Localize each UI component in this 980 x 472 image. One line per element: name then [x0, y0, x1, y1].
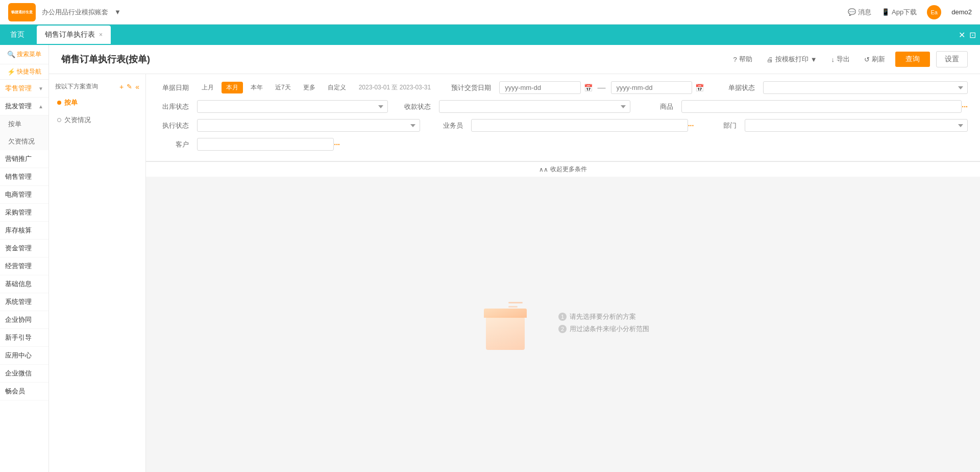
print-dropdown-icon: ▼ — [811, 56, 817, 63]
filter-area: 单据日期 上月 本月 本年 近7天 更多 自定义 2023-03-01 至 20… — [146, 74, 980, 161]
tab-active[interactable]: 销售订单执行表 × — [37, 26, 111, 44]
customer-dots-icon[interactable]: ··· — [334, 140, 340, 149]
sidebar-item-ecom[interactable]: 电商管理 — [0, 186, 48, 204]
left-panel-item-欠资情况[interactable]: 欠资情况 — [49, 111, 145, 129]
collapse-panel-button[interactable]: « — [135, 83, 139, 91]
date-btn-7days[interactable]: 近7天 — [271, 82, 296, 93]
sidebar-item-guide[interactable]: 新手引导 — [0, 329, 48, 347]
nav-icon: ⚡ — [7, 68, 15, 76]
doc-status-field — [763, 81, 968, 94]
query-button[interactable]: 查询 — [895, 52, 930, 67]
print-button[interactable]: 🖨 按模板打印 ▼ — [763, 53, 821, 66]
sidebar-search[interactable]: 🔍 搜索菜单 — [0, 45, 48, 64]
refresh-button[interactable]: ↺ 刷新 — [860, 53, 889, 66]
calendar-from-icon[interactable]: 📅 — [584, 84, 593, 92]
hint-text-2: 用过滤条件来缩小分析范围 — [570, 324, 649, 334]
sparkle-line-1 — [508, 302, 523, 303]
refresh-label: 刷新 — [872, 55, 885, 64]
sidebar-item-wechat[interactable]: 企业微信 — [0, 365, 48, 383]
date-btn-group: 上月 本月 本年 近7天 更多 自定义 — [197, 82, 351, 93]
sidebar-item-app-label: 应用中心 — [5, 351, 32, 360]
sidebar-nav[interactable]: ⚡ 快捷导航 — [0, 64, 48, 80]
payment-status-select[interactable] — [439, 100, 630, 113]
sidebar-item-sales-label: 销售管理 — [5, 172, 32, 181]
salesperson-input[interactable] — [471, 119, 688, 132]
sidebar-item-basic[interactable]: 基础信息 — [0, 275, 48, 293]
delivery-date-to[interactable] — [611, 81, 692, 94]
salesperson-dots-icon[interactable]: ··· — [688, 122, 694, 130]
goods-input[interactable] — [681, 100, 962, 113]
message-label: 消息 — [858, 8, 871, 17]
ship-status-select[interactable] — [197, 100, 388, 113]
sidebar-item-inventory-label: 库存核算 — [5, 226, 32, 235]
sidebar-item-purchase[interactable]: 采购管理 — [0, 204, 48, 222]
tab-home[interactable]: 首页 — [0, 25, 35, 45]
message-icon: 💬 — [848, 8, 856, 16]
salesperson-field: ··· — [471, 119, 694, 132]
left-panel-item-按单[interactable]: 按单 — [49, 94, 145, 111]
tab-close-icon[interactable]: × — [99, 31, 103, 38]
sidebar-item-finance[interactable]: 资金管理 — [0, 240, 48, 257]
goods-label: 商品 — [643, 102, 673, 111]
content: 销售订单执行表(按单) ? 帮助 🖨 按模板打印 ▼ ↓ 导出 ↺ 刷新 — [49, 45, 980, 472]
delivery-date-from[interactable] — [499, 81, 580, 94]
sidebar-item-purchase-label: 采购管理 — [5, 208, 32, 217]
date-btn-last-month[interactable]: 上月 — [197, 82, 218, 93]
filter-row-3: 执行状态 业务员 ··· 部门 — [158, 119, 968, 132]
filter-row-1: 单据日期 上月 本月 本年 近7天 更多 自定义 2023-03-01 至 20… — [158, 81, 968, 94]
sidebar-item-retail[interactable]: 零售管理 ▼ — [0, 80, 48, 98]
doc-status-select[interactable] — [763, 81, 968, 94]
sidebar-item-inventory[interactable]: 库存核算 — [0, 222, 48, 240]
exec-status-select[interactable] — [197, 119, 420, 132]
edit-scheme-button[interactable]: ✎ — [127, 83, 132, 90]
collapse-bar[interactable]: ∧∧ 收起更多条件 — [146, 161, 980, 177]
sidebar-item-sales[interactable]: 销售管理 — [0, 168, 48, 186]
expand-window-button[interactable]: ⊡ — [969, 30, 976, 40]
export-button[interactable]: ↓ 导出 — [827, 53, 854, 66]
sidebar-item-enterprise-label: 企业协同 — [5, 315, 32, 324]
avatar[interactable]: Ea — [927, 5, 941, 19]
sidebar-item-operation-label: 经营管理 — [5, 262, 32, 271]
sidebar-sub-按单[interactable]: 按单 — [0, 115, 48, 133]
dept-select[interactable] — [745, 119, 968, 132]
sidebar-item-basic-label: 基础信息 — [5, 279, 32, 289]
help-icon: ? — [733, 56, 737, 63]
message-button[interactable]: 💬 消息 — [848, 8, 871, 17]
calendar-to-icon[interactable]: 📅 — [695, 84, 704, 92]
topbar: 畅捷通好生意 办公用品行业模拟账套 ▼ 💬 消息 📱 App下载 Ea demo… — [0, 0, 980, 25]
left-panel-item-欠资情况-label: 欠资情况 — [64, 115, 91, 125]
sidebar-item-enterprise[interactable]: 企业协同 — [0, 311, 48, 329]
add-scheme-button[interactable]: + — [119, 83, 124, 91]
tabbar-right: ✕ ⊡ — [959, 30, 980, 40]
date-range-text: 2023-03-01 至 2023-03-31 — [359, 83, 431, 92]
goods-field: ··· — [681, 100, 968, 113]
app-dropdown[interactable]: ▼ — [114, 8, 121, 16]
sidebar-item-system[interactable]: 系统管理 — [0, 293, 48, 311]
sidebar-item-retail-label: 零售管理 — [5, 84, 32, 93]
date-btn-this-year[interactable]: 本年 — [246, 82, 267, 93]
sidebar-item-member[interactable]: 畅会员 — [0, 383, 48, 400]
sidebar-item-marketing[interactable]: 营销推广 — [0, 150, 48, 168]
delivery-date-range: 📅 — 📅 — [499, 81, 704, 94]
app-download-button[interactable]: 📱 App下载 — [881, 8, 917, 17]
sidebar-item-operation[interactable]: 经营管理 — [0, 257, 48, 275]
date-btn-this-month[interactable]: 本月 — [222, 82, 243, 93]
help-button[interactable]: ? 帮助 — [729, 53, 756, 66]
sidebar-sub-欠资情况[interactable]: 欠资情况 — [0, 133, 48, 150]
left-panel-tools: + ✎ « — [119, 83, 139, 91]
empty-hint-2: 2 用过滤条件来缩小分析范围 — [558, 324, 649, 334]
date-btn-more[interactable]: 更多 — [299, 82, 320, 93]
date-btn-custom[interactable]: 自定义 — [323, 82, 351, 93]
username-label[interactable]: demo2 — [951, 8, 972, 16]
dept-label: 部门 — [706, 121, 737, 130]
goods-dots-icon[interactable]: ··· — [962, 103, 968, 111]
logo: 畅捷通好生意 — [8, 3, 36, 21]
close-window-button[interactable]: ✕ — [959, 30, 965, 40]
topbar-left: 畅捷通好生意 办公用品行业模拟账套 ▼ — [8, 3, 121, 21]
customer-input[interactable] — [197, 138, 334, 151]
sidebar-item-wholesale[interactable]: 批发管理 ▲ — [0, 98, 48, 115]
settings-button[interactable]: 设置 — [936, 51, 968, 67]
sidebar-item-system-label: 系统管理 — [5, 297, 32, 306]
sidebar-item-app[interactable]: 应用中心 — [0, 347, 48, 365]
left-panel-title: 按以下方案查询 — [55, 82, 98, 91]
